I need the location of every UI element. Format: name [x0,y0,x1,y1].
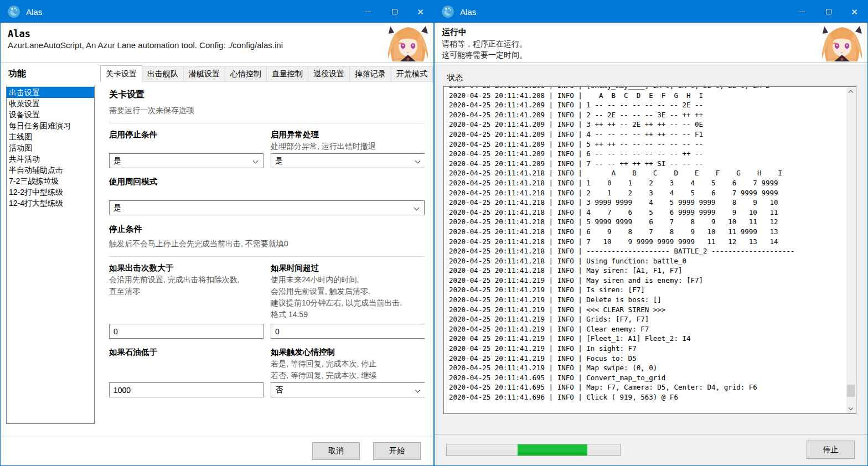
log-line: 2020-04-25 20:11:41.218 | INFO | 3 9999 … [449,198,846,208]
titlebar[interactable]: Alas ✕ [435,1,867,23]
start-button[interactable]: 开始 [373,442,421,460]
tab[interactable]: 掉落记录 [349,66,391,81]
close-icon: ✕ [417,8,424,16]
cancel-button[interactable]: 取消 [312,442,360,460]
maximize-button[interactable] [381,1,407,23]
tab[interactable]: 退役设置 [308,66,350,81]
log-line: 2020-04-25 20:11:41.695 | INFO | Convert… [449,373,846,383]
sidebar: 功能 出击设置收菜设置设备设置每日任务困难演习主线图活动图共斗活动半自动辅助点击… [1,64,99,465]
field-label: 如果时间超过 [271,262,425,274]
sidebar-item[interactable]: 设备设置 [7,109,94,120]
log-line: 2020-04-25 20:11:41.209 | INFO | 7 -- --… [449,159,846,169]
log-line: 2020-04-25 20:11:41.219 | INFO | Map swi… [449,363,846,373]
log-scrollbar[interactable] [846,87,856,413]
tab-bar: 关卡设置出击舰队潜艇设置心情控制血量控制退役设置掉落记录开荒模式 [100,68,433,82]
avatar [821,25,863,61]
log-line: 2020-04-25 20:11:41.219 | INFO | Grids: … [449,314,846,324]
minimize-button[interactable] [789,1,815,23]
loop-mode-select[interactable]: 是 [109,200,425,215]
app-subtitle: AzurLaneAutoScript, An Azur Lane automat… [1,40,433,50]
chevron-down-icon [415,387,421,393]
log-line: 2020-04-25 20:11:41.208 | INFO | A B C D… [449,91,846,101]
stop-button[interactable]: 停止 [807,441,855,459]
if-oil-input[interactable] [109,382,264,397]
maximize-icon [826,9,831,14]
titlebar[interactable]: Alas ✕ [1,1,433,23]
sidebar-item[interactable]: 活动图 [7,142,94,153]
run-title: 运行中 [435,23,867,38]
log-line: 2020-04-25 20:11:41.209 | INFO | 2 -- 2E… [449,110,846,120]
minimize-button[interactable] [355,1,381,23]
field-if-emotion: 如果触发心情控制 若是, 等待回复, 完成本次, 停止 若否, 等待回复, 完成… [271,346,425,397]
sidebar-item[interactable]: 7-2三战拣垃圾 [7,175,94,187]
field-enable-stop: 启用停止条件 是 [109,129,264,168]
close-button[interactable]: ✕ [407,1,433,23]
tab[interactable]: 开荒模式 [391,66,433,81]
log-box[interactable]: 2020-04-25 20:11:41.208 | INFO | [enemy_… [443,86,856,414]
tab[interactable]: 出击舰队 [142,66,184,81]
maximize-icon [392,9,397,14]
sidebar-item[interactable]: 12-2打中型练级 [7,187,94,198]
log-line: 2020-04-25 20:11:41.209 | INFO | 4 -- --… [449,130,846,139]
window-running: Alas ✕ 运行中 请稍等，程序正在运行。 这可能将需要一定时间。 状态 [434,0,868,466]
log-line: 2020-04-25 20:11:41.219 | INFO | Focus t… [449,354,846,364]
sidebar-item[interactable]: 出击设置 [7,87,94,98]
sidebar-item[interactable]: 半自动辅助点击 [7,164,94,175]
log-line: 2020-04-25 20:11:41.695 | INFO | Map: F7… [449,382,846,392]
enable-exception-select[interactable]: 是 [271,153,425,168]
log-line: 2020-04-25 20:11:41.209 | INFO | 1 -- --… [449,100,846,110]
scrollbar-thumb[interactable] [847,385,855,397]
window-title: Alas [26,7,355,17]
if-count-input[interactable] [109,324,264,339]
enable-stop-select[interactable]: 是 [109,153,264,168]
app-icon [7,5,20,18]
divider [109,123,425,123]
scroll-down-button[interactable] [846,404,856,413]
function-list[interactable]: 出击设置收菜设置设备设置每日任务困难演习主线图活动图共斗活动半自动辅助点击7-2… [6,86,95,424]
field-label: 如果触发心情控制 [271,346,425,358]
sidebar-heading: 功能 [8,68,99,80]
sidebar-item[interactable]: 共斗活动 [7,153,94,164]
field-loop-mode: 使用周回模式 是 [109,176,425,215]
sidebar-item[interactable]: 收菜设置 [7,98,94,109]
close-icon: ✕ [851,8,858,16]
sidebar-item[interactable]: 每日任务困难演习 [7,120,94,131]
field-label: 如果石油低于 [109,346,264,358]
log-line: 2020-04-25 20:11:41.696 | INFO | Click (… [449,392,846,402]
field-label: 启用停止条件 [109,129,264,141]
chevron-down-icon [415,158,421,164]
if-emotion-select[interactable]: 否 [271,382,425,397]
window-title: Alas [460,7,789,17]
scroll-up-button[interactable] [846,87,856,96]
log-line: 2020-04-25 20:11:41.218 | INFO | 2 1 2 3… [449,188,846,198]
log-scroll-area[interactable]: 2020-04-25 20:11:41.208 | INFO | [enemy_… [444,87,846,413]
tab[interactable]: 心情控制 [225,66,267,81]
field-desc: 处理部分异常, 运行出错时撤退 [271,141,425,152]
if-time-input[interactable] [271,324,425,339]
field-desc: 使用未来24小时内的时间, 会沿用先前设置, 触发后清零. 建议提前10分钟左右… [271,274,425,323]
field-enable-exception: 启用异常处理 处理部分异常, 运行出错时撤退 是 [271,129,425,168]
sidebar-item[interactable]: 主线图 [7,131,94,142]
log-line: 2020-04-25 20:11:41.209 | INFO | 6 -- --… [449,149,846,159]
log-line: 2020-04-25 20:11:41.218 | INFO | Using f… [449,256,846,266]
run-body: 状态 2020-04-25 20:11:41.208 | INFO | [ene… [435,64,867,465]
log-line: 2020-04-25 20:11:41.219 | INFO | Clear e… [449,324,846,334]
close-button[interactable]: ✕ [841,1,867,23]
minimize-icon [365,12,371,12]
field-desc [109,141,264,152]
stop-section-title: 停止条件 [109,224,425,235]
status-label: 状态 [447,73,463,83]
sidebar-item[interactable]: 12-4打大型练级 [7,198,94,209]
field-label: 启用异常处理 [271,129,425,141]
select-value: 是 [113,156,121,166]
tab[interactable]: 血量控制 [266,66,308,81]
tab[interactable]: 关卡设置 [100,65,142,82]
tab[interactable]: 潜艇设置 [183,66,225,81]
maximize-button[interactable] [815,1,841,23]
field-if-count: 如果出击次数大于 会沿用先前设置, 完成出击将扣除次数, 直至清零 [109,262,264,339]
field-if-oil: 如果石油低于 [109,346,264,397]
select-value: 是 [113,203,121,213]
window-config: Alas ✕ Alas AzurLaneAutoScript, An Azur … [0,0,434,466]
log-line: 2020-04-25 20:11:41.218 | INFO | -------… [449,246,846,256]
log-line: 2020-04-25 20:11:41.219 | INFO | Is sire… [449,285,846,295]
